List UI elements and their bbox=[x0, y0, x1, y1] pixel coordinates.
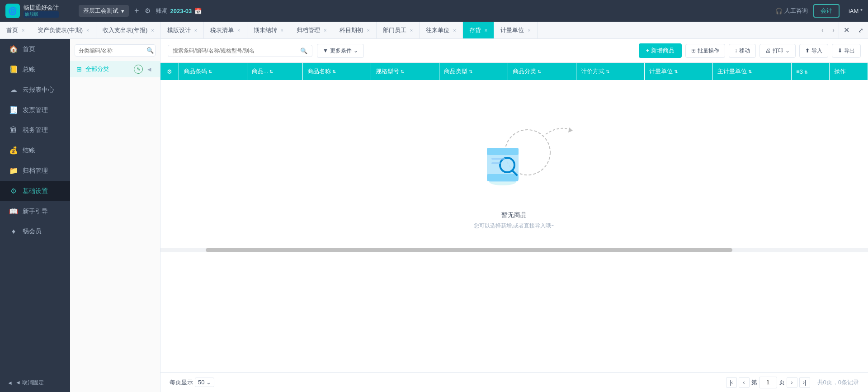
sidebar-item-云报表中心[interactable]: ☁ 云报表中心 bbox=[0, 80, 70, 100]
sidebar: 🏠 首页📒 总账☁ 云报表中心🧾 发票管理🏛 税务管理💰 结账📁 归档管理⚙ 基… bbox=[0, 39, 70, 392]
page-size-select[interactable]: 50 ⌄ bbox=[195, 378, 214, 387]
sidebar-item-归档管理[interactable]: 📁 归档管理 bbox=[0, 161, 70, 181]
batch-operation-button[interactable]: ⊞ 批量操作 bbox=[685, 44, 725, 58]
col-header-main_unit[interactable]: 主计量单位⇅ bbox=[712, 63, 791, 80]
tab-close-all[interactable]: ✕ bbox=[839, 22, 854, 39]
tab-label: 收入支出表(年报) bbox=[103, 26, 148, 34]
page-last-btn[interactable]: ›| bbox=[799, 377, 810, 388]
tab-close-icon[interactable]: × bbox=[194, 28, 197, 33]
tab-close-icon[interactable]: × bbox=[324, 28, 326, 33]
page-first-btn[interactable]: |‹ bbox=[726, 377, 737, 388]
svg-rect-8 bbox=[491, 158, 505, 160]
tab-item-11[interactable]: 计量单位× bbox=[494, 22, 537, 39]
page-size-chevron: ⌄ bbox=[206, 379, 211, 386]
sidebar-item-总账[interactable]: 📒 总账 bbox=[0, 59, 70, 80]
tab-close-icon[interactable]: × bbox=[410, 28, 413, 33]
tab-item-6[interactable]: 归档管理× bbox=[290, 22, 333, 39]
sort-icon: ⇅ bbox=[208, 69, 212, 74]
move-button[interactable]: ↕ 移动 bbox=[729, 44, 756, 58]
col-header-col3[interactable]: ≡3⇅ bbox=[792, 63, 830, 80]
calendar-icon[interactable]: 📅 bbox=[194, 8, 202, 14]
col-header-price_method[interactable]: 计价方式⇅ bbox=[576, 63, 644, 80]
tab-item-9[interactable]: 往来单位× bbox=[420, 22, 462, 39]
tab-item-4[interactable]: 税表清单× bbox=[204, 22, 247, 39]
add-tab-icon[interactable]: + bbox=[134, 6, 139, 16]
tab-close-icon[interactable]: × bbox=[151, 28, 154, 33]
tab-item-1[interactable]: 资产负债表(中期)× bbox=[31, 22, 96, 39]
tab-close-icon[interactable]: × bbox=[22, 28, 24, 33]
scrollbar-thumb[interactable] bbox=[206, 248, 732, 252]
sort-icon: ⇅ bbox=[538, 69, 541, 74]
sidebar-label-4: 税务管理 bbox=[23, 126, 48, 134]
tab-item-5[interactable]: 期末结转× bbox=[247, 22, 290, 39]
page-prev-btn[interactable]: ‹ bbox=[739, 377, 750, 388]
tab-nav-right[interactable]: › bbox=[828, 22, 839, 39]
account-button[interactable]: 会计 bbox=[813, 4, 840, 18]
pagination: 每页显示 50 ⌄ |‹ ‹ 第 页 › ›| 共0页，0条记录 bbox=[160, 372, 868, 392]
col-header-type[interactable]: 商品类型⇅ bbox=[439, 63, 508, 80]
batch-icon: ⊞ bbox=[691, 47, 696, 54]
collapse-category-btn[interactable]: ◀ bbox=[145, 65, 154, 74]
sidebar-item-畅会员[interactable]: ♦ 畅会员 bbox=[0, 222, 70, 241]
col-header-unit[interactable]: 计量单位⇅ bbox=[644, 63, 712, 80]
page-number-input[interactable] bbox=[759, 377, 777, 388]
edit-category-btn[interactable]: ✎ bbox=[134, 65, 143, 74]
main-content: 🔍 ⊞ 全部分类 ✎ ◀ 🔍 ▼ 更多条件 bbox=[70, 39, 868, 392]
svg-rect-4 bbox=[487, 148, 519, 155]
sidebar-collapse-btn[interactable]: ◄ ◄ 取消固定 bbox=[0, 373, 70, 392]
sidebar-item-新手引导[interactable]: 📖 新手引导 bbox=[0, 201, 70, 222]
filter-button[interactable]: ▼ 更多条件 ⌄ bbox=[317, 44, 364, 58]
tab-close-icon[interactable]: × bbox=[367, 28, 369, 33]
logo-area: 🌀 畅捷通好会计 旗舰版 bbox=[5, 4, 73, 18]
sidebar-item-基础设置[interactable]: ⚙ 基础设置 bbox=[0, 181, 70, 201]
sort-icon: ⇅ bbox=[332, 69, 336, 74]
chevron-down-icon: ▾ bbox=[121, 8, 124, 14]
page-next-btn[interactable]: › bbox=[787, 377, 797, 388]
sidebar-items: 🏠 首页📒 总账☁ 云报表中心🧾 发票管理🏛 税务管理💰 结账📁 归档管理⚙ 基… bbox=[0, 39, 70, 241]
tab-item-2[interactable]: 收入支出表(年报)× bbox=[96, 22, 161, 39]
tab-close-icon[interactable]: × bbox=[237, 28, 240, 33]
col-header-barcode[interactable]: 商品条码⇅ bbox=[179, 63, 247, 80]
app-logo-icon: 🌀 bbox=[5, 4, 20, 18]
tab-expand[interactable]: ⤢ bbox=[854, 22, 868, 39]
sidebar-item-税务管理[interactable]: 🏛 税务管理 bbox=[0, 120, 70, 140]
tab-close-icon[interactable]: × bbox=[281, 28, 283, 33]
headset-icon: 🎧 bbox=[775, 8, 783, 14]
tab-item-10[interactable]: 存货× bbox=[463, 22, 494, 39]
tab-close-icon[interactable]: × bbox=[86, 28, 89, 33]
page-navigation: |‹ ‹ 第 页 › ›| 共0页，0条记录 bbox=[726, 377, 859, 388]
tab-close-icon[interactable]: × bbox=[528, 28, 530, 33]
tab-item-3[interactable]: 模版设计× bbox=[161, 22, 204, 39]
company-selector[interactable]: 基层工会测试 ▾ bbox=[79, 5, 129, 17]
tab-label: 首页 bbox=[6, 26, 18, 34]
col-header-name[interactable]: 商品名称⇅ bbox=[303, 63, 371, 80]
tab-nav-left[interactable]: ‹ bbox=[817, 22, 828, 39]
tab-label: 期末结转 bbox=[254, 26, 277, 34]
category-all[interactable]: ⊞ 全部分类 ✎ ◀ bbox=[70, 61, 160, 77]
settings-icon[interactable]: ⚙ bbox=[145, 7, 151, 15]
tab-close-icon[interactable]: × bbox=[485, 28, 487, 33]
tab-item-8[interactable]: 部门员工× bbox=[377, 22, 420, 39]
print-button[interactable]: 🖨 打印 ⌄ bbox=[760, 44, 796, 58]
main-search-input[interactable] bbox=[173, 47, 297, 54]
toolbar: 🔍 ▼ 更多条件 ⌄ + 新增商品 ⊞ 批量操作 ↕ 移动 bbox=[160, 39, 868, 63]
tab-close-icon[interactable]: × bbox=[453, 28, 456, 33]
export-button[interactable]: ⬇ 导出 bbox=[832, 44, 861, 58]
main-search-icon[interactable]: 🔍 bbox=[300, 47, 307, 54]
tab-label: 模版设计 bbox=[167, 26, 191, 34]
table-wrapper[interactable]: ⚙商品条码⇅商品...⇅商品名称⇅规格型号⇅商品类型⇅商品分类⇅计价方式⇅计量单… bbox=[160, 63, 868, 372]
tab-item-7[interactable]: 科目期初× bbox=[333, 22, 376, 39]
col-header-category[interactable]: 商品分类⇅ bbox=[508, 63, 576, 80]
table-header: ⚙商品条码⇅商品...⇅商品名称⇅规格型号⇅商品类型⇅商品分类⇅计价方式⇅计量单… bbox=[160, 63, 868, 80]
sidebar-item-首页[interactable]: 🏠 首页 bbox=[0, 39, 70, 59]
sidebar-icon-6: 📁 bbox=[9, 166, 18, 175]
category-search-input[interactable] bbox=[79, 47, 146, 54]
import-button[interactable]: ⬆ 导入 bbox=[799, 44, 828, 58]
col-header-spec[interactable]: 规格型号⇅ bbox=[371, 63, 439, 80]
ai-consult-btn[interactable]: 🎧 人工咨询 bbox=[775, 7, 808, 15]
col-header-code[interactable]: 商品...⇅ bbox=[247, 63, 303, 80]
tab-item-0[interactable]: 首页× bbox=[0, 22, 31, 39]
sidebar-item-发票管理[interactable]: 🧾 发票管理 bbox=[0, 100, 70, 120]
add-product-button[interactable]: + 新增商品 bbox=[639, 43, 682, 58]
sidebar-item-结账[interactable]: 💰 结账 bbox=[0, 140, 70, 161]
